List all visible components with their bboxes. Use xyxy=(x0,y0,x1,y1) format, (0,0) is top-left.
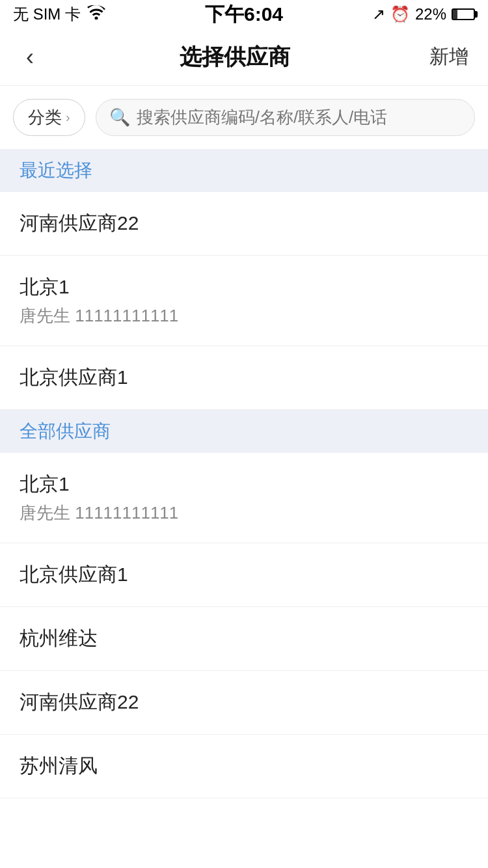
item-name: 杭州维达 xyxy=(20,625,468,652)
status-bar-right: ↗ ⏰ 22% xyxy=(372,5,475,23)
item-name: 北京1 xyxy=(20,471,468,498)
battery-label: 22% xyxy=(415,5,446,23)
back-button[interactable]: ‹ xyxy=(20,37,40,77)
all-list-item[interactable]: 河南供应商22 xyxy=(0,671,488,735)
chevron-right-icon: › xyxy=(66,110,70,125)
filter-bar: 分类 › 🔍 xyxy=(0,86,488,149)
search-input[interactable] xyxy=(137,107,461,128)
all-section-label: 全部供应商 xyxy=(20,421,111,441)
no-sim-label: 无 SIM 卡 xyxy=(13,4,81,25)
recent-list-item[interactable]: 北京1唐先生 11111111111 xyxy=(0,256,488,346)
item-name: 河南供应商22 xyxy=(20,689,468,716)
recent-list-item[interactable]: 北京供应商1 xyxy=(0,346,488,410)
location-icon: ↗ xyxy=(372,5,385,23)
wifi-icon xyxy=(87,5,105,23)
recent-section-header: 最近选择 xyxy=(0,149,488,192)
search-icon: 🔍 xyxy=(109,107,130,128)
all-list-item[interactable]: 杭州维达 xyxy=(0,607,488,671)
all-list-item[interactable]: 北京1唐先生 11111111111 xyxy=(0,453,488,543)
item-sub: 唐先生 11111111111 xyxy=(20,305,468,327)
recent-section-label: 最近选择 xyxy=(20,160,92,180)
all-section-header: 全部供应商 xyxy=(0,410,488,453)
page-title: 选择供应商 xyxy=(180,42,290,72)
item-name: 北京供应商1 xyxy=(20,364,468,391)
nav-bar: ‹ 选择供应商 新增 xyxy=(0,29,488,86)
category-filter[interactable]: 分类 › xyxy=(13,99,85,136)
battery-icon xyxy=(452,8,475,20)
item-name: 北京1 xyxy=(20,274,468,301)
status-bar-time: 下午6:04 xyxy=(205,1,283,28)
alarm-icon: ⏰ xyxy=(390,5,410,23)
item-sub: 唐先生 11111111111 xyxy=(20,502,468,524)
all-items-list: 北京1唐先生 11111111111北京供应商1杭州维达河南供应商22苏州清风 xyxy=(0,453,488,798)
add-button[interactable]: 新增 xyxy=(429,44,468,70)
all-list-item[interactable]: 苏州清风 xyxy=(0,735,488,798)
category-label: 分类 xyxy=(28,106,62,129)
item-name: 河南供应商22 xyxy=(20,210,468,237)
status-bar: 无 SIM 卡 下午6:04 ↗ ⏰ 22% xyxy=(0,0,488,29)
recent-items-list: 河南供应商22北京1唐先生 11111111111北京供应商1 xyxy=(0,192,488,410)
item-name: 苏州清风 xyxy=(20,753,468,780)
recent-list-item[interactable]: 河南供应商22 xyxy=(0,192,488,256)
status-bar-left: 无 SIM 卡 xyxy=(13,4,105,25)
search-bar[interactable]: 🔍 xyxy=(96,99,475,136)
item-name: 北京供应商1 xyxy=(20,562,468,588)
all-list-item[interactable]: 北京供应商1 xyxy=(0,543,488,607)
